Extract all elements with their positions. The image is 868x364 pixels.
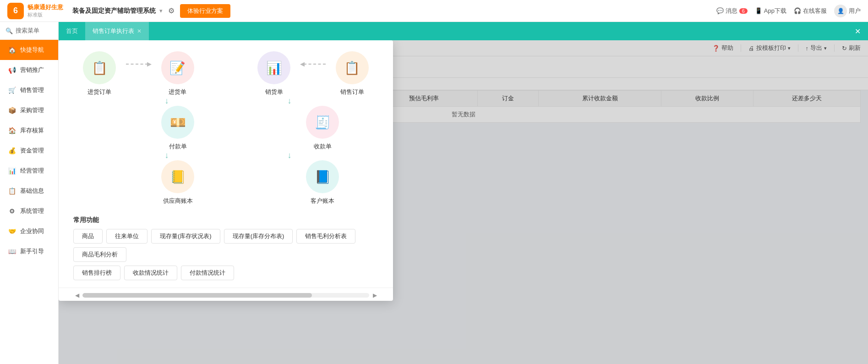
sidebar-item-operation[interactable]: 📊 经营管理 xyxy=(0,161,58,181)
trial-button[interactable]: 体验行业方案 xyxy=(180,4,230,18)
common-btn-partner[interactable]: 往来单位 xyxy=(106,229,147,244)
guide-icon: 📖 xyxy=(7,247,16,256)
page-content: ❓ 帮助 🖨 按模板打印 ▾ ↑ 导出 ▾ xyxy=(59,40,868,364)
sidebar-search[interactable]: 🔍 搜索菜单 xyxy=(0,22,58,40)
flow-item-purchase-bill[interactable]: 📝 进货单 xyxy=(152,51,204,96)
download-icon: 📱 xyxy=(755,7,762,14)
message-btn[interactable]: 💬 消息 6 xyxy=(716,7,748,15)
scroll-track[interactable] xyxy=(82,293,369,298)
spacer3 xyxy=(205,106,295,151)
flow-area: 📋 进货订单 ▶ xyxy=(59,40,393,212)
tab-close-icon[interactable]: ✕ xyxy=(137,28,142,34)
flow-item-customer-ledger[interactable]: 📘 客户账本 xyxy=(295,160,350,205)
tab-sales-exec[interactable]: 销售订单执行表 ✕ xyxy=(85,22,149,40)
down-arrow-1-icon: ↓ xyxy=(165,96,169,106)
customer-ledger-label: 客户账本 xyxy=(311,197,334,205)
sidebar-item-label: 库存核算 xyxy=(20,126,44,135)
flow-item-purchase-order[interactable]: 📋 进货订单 xyxy=(73,51,126,96)
sidebar-item-inventory[interactable]: 🏠 库存核算 xyxy=(0,120,58,141)
main-area: 🔍 搜索菜单 🏠 快捷导航 📢 营销推广 🛒 销售管理 📦 采购管理 🏠 xyxy=(0,22,868,364)
search-icon: 🔍 xyxy=(5,27,13,34)
flow-item-receipt[interactable]: 🧾 收款单 xyxy=(295,106,350,151)
top-right: 💬 消息 6 📱 App下载 🎧 在线客服 👤 用户 xyxy=(716,5,861,17)
receipt-label: 收款单 xyxy=(314,142,332,151)
supplier-ledger-label: 供应商账本 xyxy=(163,197,193,205)
system-icon: ⚙ xyxy=(7,206,16,216)
supplier-ledger-circle: 📒 xyxy=(161,160,194,193)
sidebar-item-system[interactable]: ⚙ 系统管理 xyxy=(0,201,58,221)
sidebar-item-finance[interactable]: 💰 资金管理 xyxy=(0,141,58,161)
sales-order-label: 销售订单 xyxy=(340,88,364,96)
sidebar-item-marketing[interactable]: 📢 营销推广 xyxy=(0,60,58,80)
sales-order-circle: 📋 xyxy=(336,51,369,84)
down-arrow-3-icon: ↓ xyxy=(165,151,169,160)
purchase-order-icon: 📋 xyxy=(92,60,108,76)
flow-item-sales-bill[interactable]: 📊 销货单 xyxy=(248,51,300,96)
receipt-icon: 🧾 xyxy=(315,115,331,130)
sidebar-item-label: 基础信息 xyxy=(20,187,44,195)
down-arrow-4-icon: ↓ xyxy=(288,151,292,160)
tab-home-label: 首页 xyxy=(66,27,78,35)
popup-scroll: ◀ ▶ xyxy=(59,288,393,301)
collab-icon: 🤝 xyxy=(7,227,16,236)
common-btns: 商品 往来单位 现存量(库存状况表) 现存量(库存分布表) 销售毛利分析表 商品… xyxy=(73,229,378,262)
sidebar-item-quick-nav[interactable]: 🏠 快捷导航 xyxy=(0,40,58,60)
flow-item-supplier-ledger[interactable]: 📒 供应商账本 xyxy=(150,160,205,205)
sidebar-item-collab[interactable]: 🤝 企业协同 xyxy=(0,221,58,241)
sidebar-item-purchase[interactable]: 📦 采购管理 xyxy=(0,100,58,120)
supplier-ledger-icon: 📒 xyxy=(170,169,186,185)
logo-icon: 6 xyxy=(7,3,24,19)
content-area: 首页 销售订单执行表 ✕ ✕ ❓ 帮助 xyxy=(59,22,868,364)
sidebar-item-label: 系统管理 xyxy=(20,207,44,215)
sidebar-item-guide[interactable]: 📖 新手引导 xyxy=(0,241,58,261)
logo-subtitle: 标准版 xyxy=(27,11,63,18)
flow-row-2: ↓ ↓ xyxy=(150,96,378,106)
gear-icon[interactable]: ⚙ xyxy=(168,6,175,15)
flow-row5-spacer xyxy=(128,160,150,205)
sidebar-item-label: 经营管理 xyxy=(20,167,44,175)
app-download-btn[interactable]: 📱 App下载 xyxy=(755,7,786,15)
common-btns-row2: 销售排行榜 收款情况统计 付款情况统计 xyxy=(73,266,378,280)
flow-item-sales-order[interactable]: 📋 销售订单 xyxy=(326,51,378,96)
sidebar-item-label: 快捷导航 xyxy=(20,46,44,54)
sidebar-item-basic[interactable]: 📋 基础信息 xyxy=(0,181,58,201)
common-btn-product[interactable]: 商品 xyxy=(73,229,103,244)
sidebar-item-label: 营销推广 xyxy=(20,66,44,74)
close-all-tabs[interactable]: ✕ xyxy=(855,27,861,36)
scroll-left-btn[interactable]: ◀ xyxy=(73,292,81,299)
headset-icon: 🎧 xyxy=(794,7,801,14)
payment-circle: 💴 xyxy=(161,106,194,139)
online-service-btn[interactable]: 🎧 在线客服 xyxy=(794,7,827,15)
sidebar-item-label: 采购管理 xyxy=(20,106,44,114)
user-btn[interactable]: 👤 用户 xyxy=(834,5,861,17)
common-btn-stock-dist[interactable]: 现存量(库存分布表) xyxy=(224,229,293,244)
scroll-right-btn[interactable]: ▶ xyxy=(371,292,378,299)
tab-home[interactable]: 首页 xyxy=(59,22,85,40)
sales-bill-icon: 📊 xyxy=(266,60,282,76)
flow-row-4: ↓ ↓ xyxy=(150,151,378,160)
flow-row3-spacer xyxy=(128,106,150,151)
sales-bill-circle: 📊 xyxy=(257,51,290,84)
inventory-icon: 🏠 xyxy=(7,126,16,135)
sidebar-item-sales[interactable]: 🛒 销售管理 xyxy=(0,80,58,100)
common-btn-sales-rank[interactable]: 销售排行榜 xyxy=(73,266,120,280)
common-btn-receipt-stats[interactable]: 收款情况统计 xyxy=(124,266,177,280)
common-btn-stock-status[interactable]: 现存量(库存状况表) xyxy=(151,229,220,244)
arrow-purchase-to-purchasebill: ▶ xyxy=(126,51,152,76)
top-bar: 6 畅康通好生意 标准版 装备及固定资产辅助管理系统 ▾ ⚙ 体验行业方案 💬 … xyxy=(0,0,868,22)
common-btn-payment-stats[interactable]: 付款情况统计 xyxy=(181,266,234,280)
purchase-bill-icon: 📝 xyxy=(169,60,186,76)
common-btn-sales-profit[interactable]: 销售毛利分析表 xyxy=(296,229,355,244)
marketing-icon: 📢 xyxy=(7,65,16,75)
flow-row-1: 📋 进货订单 ▶ xyxy=(73,51,378,96)
payment-icon: 💴 xyxy=(170,115,186,130)
dropdown-icon[interactable]: ▾ xyxy=(159,7,163,14)
arrow-salesorder-to-salesbill: ◀ xyxy=(300,51,326,76)
app-wrapper: 6 畅康通好生意 标准版 装备及固定资产辅助管理系统 ▾ ⚙ 体验行业方案 💬 … xyxy=(0,0,868,364)
flow-item-payment[interactable]: 💴 付款单 xyxy=(150,106,205,151)
logo-title: 畅康通好生意 xyxy=(27,3,63,11)
common-btn-product-profit[interactable]: 商品毛利分析 xyxy=(73,247,126,262)
customer-ledger-icon: 📘 xyxy=(315,169,331,185)
quick-nav-icon: 🏠 xyxy=(7,45,16,54)
popup-overlay: 📋 进货订单 ▶ xyxy=(59,40,868,364)
